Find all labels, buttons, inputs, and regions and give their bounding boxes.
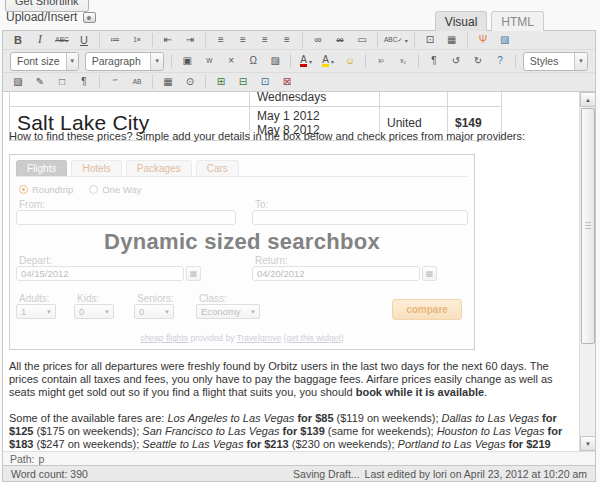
insert-link-button[interactable]: ∞ — [308, 32, 328, 49]
styles-dropdown[interactable]: Styles▼ — [523, 52, 588, 71]
scroll-up-icon[interactable]: ▲ — [580, 92, 595, 107]
subscript-button[interactable]: x₂ — [393, 53, 413, 70]
outdent-button[interactable]: ⇤ — [158, 32, 178, 49]
paste-as-text-button[interactable]: ▣ — [177, 53, 197, 70]
text-segment: cheap flights — [140, 333, 188, 343]
roundtrip-radio[interactable]: Roundtrip — [19, 184, 73, 195]
unlink-button[interactable]: ∞ — [330, 32, 350, 49]
chevron-down-icon: ▼ — [164, 309, 170, 315]
text-segment: for $85 — [297, 412, 333, 424]
underline-button[interactable]: U — [74, 32, 94, 49]
trip-type-radios: Roundtrip One Way — [19, 184, 141, 195]
insert-link-icon: ∞ — [314, 35, 321, 45]
kids-select[interactable]: 0 ▼ — [74, 304, 114, 319]
more-tag-button[interactable]: ▭ — [352, 32, 372, 49]
insert-image-button[interactable]: ▨ — [265, 53, 285, 70]
insert-layer-button[interactable]: □ — [52, 74, 72, 91]
date-line: May 1 2012 — [257, 109, 372, 123]
italic-button[interactable]: I — [30, 32, 50, 49]
widget-credit[interactable]: cheap flights provided by Travelgrove (g… — [10, 333, 474, 343]
visual-characters-button[interactable]: ¶ — [424, 53, 444, 70]
tab-html[interactable]: HTML — [491, 11, 544, 31]
show-blocks-button[interactable]: ¶ — [74, 74, 94, 91]
delete-table-button[interactable]: ⊠ — [277, 74, 297, 91]
palm-tree-button[interactable]: Ψ — [473, 32, 493, 49]
help-button[interactable]: ? — [490, 53, 510, 70]
paragraph-format-dropdown[interactable]: Paragraph▼ — [85, 52, 165, 71]
scroll-down-icon[interactable]: ▼ — [580, 436, 595, 451]
seniors-select[interactable]: 0 ▼ — [134, 304, 174, 319]
emoticons-button[interactable]: ☺ — [340, 53, 360, 70]
paste-from-word-button[interactable]: W — [199, 53, 219, 70]
font-size-label: Font size — [11, 55, 66, 67]
align-justify-button[interactable]: ≡ — [277, 32, 297, 49]
undo-button[interactable]: ↺ — [446, 53, 466, 70]
toolbar-separator — [302, 33, 303, 47]
font-size-dropdown[interactable]: Font size▼ — [10, 52, 79, 71]
table-cell[interactable] — [10, 92, 250, 107]
oneway-radio[interactable]: One Way — [89, 184, 141, 195]
indent-button[interactable]: ⇥ — [180, 32, 200, 49]
insert-character-button[interactable]: Ω — [243, 53, 263, 70]
text-color-button[interactable]: A▾ — [296, 53, 316, 70]
tab-packages[interactable]: Packages — [126, 160, 192, 176]
bold-button[interactable]: B — [8, 32, 28, 49]
unordered-list-button[interactable]: ≔ — [105, 32, 125, 49]
compare-button[interactable]: compare — [392, 299, 462, 320]
intro-paragraph[interactable]: How to find these prices? Simple add you… — [9, 130, 567, 143]
ordered-list-button[interactable]: 1≡ — [127, 32, 147, 49]
redo-button[interactable]: ↻ — [468, 53, 488, 70]
table-cell[interactable]: on Tuesdays and Wednesdays — [250, 92, 380, 107]
tab-cars[interactable]: Cars — [196, 160, 239, 176]
insert-photo-button[interactable]: ▨ — [495, 32, 515, 49]
widget-tabs: Flights Hotels Packages Cars — [16, 159, 468, 177]
edit-image-button[interactable]: ✎ — [30, 74, 50, 91]
text-segment: ($230 on weekends); — [289, 438, 398, 450]
last-edited-text: Last edited by lori on April 23, 2012 at… — [365, 468, 587, 480]
table-row-properties-button[interactable]: ⊟ — [233, 74, 253, 91]
scrollbar-thumb[interactable] — [581, 108, 595, 344]
abbreviation-button[interactable]: AB — [127, 74, 147, 91]
table-cell[interactable] — [448, 92, 502, 107]
prices-paragraph[interactable]: All the prices for all departures were f… — [9, 360, 569, 399]
path-value[interactable]: p — [39, 453, 45, 465]
depart-date-input[interactable] — [16, 266, 184, 281]
table-cell-properties-button[interactable]: ⊡ — [255, 74, 275, 91]
citation-button[interactable]: “” — [105, 74, 125, 91]
tab-hotels[interactable]: Hotels — [71, 160, 121, 176]
insert-date-button[interactable]: ▦ — [158, 74, 178, 91]
background-color-icon: A — [322, 55, 329, 67]
fares-paragraph[interactable]: Some of the available fares are: Los Ang… — [9, 412, 569, 451]
align-left-button[interactable]: ≡ — [211, 32, 231, 49]
insert-time-button[interactable]: ⊙ — [180, 74, 200, 91]
background-color-button[interactable]: A▾ — [318, 53, 338, 70]
superscript-button[interactable]: x² — [371, 53, 391, 70]
from-input[interactable] — [16, 210, 236, 225]
remove-formatting-button[interactable]: × — [221, 53, 241, 70]
tab-visual[interactable]: Visual — [435, 11, 487, 31]
fullscreen-icon: ⊡ — [426, 35, 434, 45]
insert-table-button[interactable]: ⊞ — [211, 74, 231, 91]
strikethrough-button[interactable]: ABC — [52, 32, 72, 49]
table-cell[interactable] — [380, 92, 448, 107]
spellcheck-button[interactable]: ABC✓▾ — [383, 32, 409, 49]
chevron-down-icon: ▾ — [405, 37, 408, 44]
fullscreen-button[interactable]: ⊡ — [420, 32, 440, 49]
text-segment: for $213 — [247, 438, 289, 450]
editor-content-area[interactable]: on Tuesdays and Wednesdays Salt Lake Cit… — [3, 92, 595, 451]
align-justify-icon: ≡ — [284, 35, 290, 45]
return-calendar-icon[interactable]: ▦ — [422, 266, 437, 281]
align-right-button[interactable]: ≡ — [255, 32, 275, 49]
tab-flights[interactable]: Flights — [16, 160, 67, 176]
class-select[interactable]: Economy ▼ — [196, 304, 260, 319]
align-center-button[interactable]: ≡ — [233, 32, 253, 49]
to-input[interactable] — [252, 210, 468, 225]
return-date-input[interactable] — [252, 266, 420, 281]
kitchen-sink-button[interactable]: ▦ — [442, 32, 462, 49]
vertical-scrollbar[interactable]: ▲ ▼ — [579, 92, 595, 451]
add-media-icon[interactable] — [83, 12, 96, 23]
adults-select[interactable]: 1 ▼ — [16, 304, 56, 319]
insert-media-button[interactable]: ▨ — [8, 74, 28, 91]
depart-calendar-icon[interactable]: ▦ — [186, 266, 201, 281]
toolbar-separator — [365, 54, 366, 68]
